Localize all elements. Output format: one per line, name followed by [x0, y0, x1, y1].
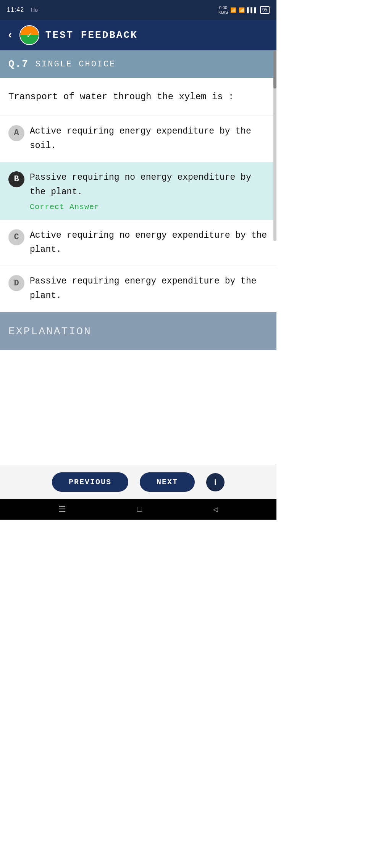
- android-home-icon[interactable]: □: [137, 505, 142, 514]
- logo-check-icon: ✓: [27, 30, 32, 40]
- option-d-text: Passive requiring energy expenditure by …: [30, 274, 268, 303]
- correct-answer-badge: Correct Answer: [30, 203, 268, 211]
- explanation-content: [0, 350, 276, 465]
- option-b[interactable]: B Passive requiring no energy expenditur…: [0, 162, 276, 220]
- option-a-text: Active requiring energy expenditure by t…: [30, 124, 268, 153]
- question-text-area: Transport of water through the xylem is …: [0, 78, 276, 116]
- option-b-label: B: [8, 171, 24, 187]
- option-a[interactable]: A Active requiring energy expenditure by…: [0, 116, 276, 162]
- android-menu-icon[interactable]: ☰: [58, 504, 66, 515]
- question-number: Q.7: [8, 58, 29, 70]
- question-type: SINGLE CHOICE: [36, 60, 116, 69]
- wifi-icon: 📶: [230, 7, 236, 13]
- scrollbar[interactable]: [273, 50, 276, 241]
- status-time: 11:42: [7, 6, 24, 13]
- next-button[interactable]: NEXT: [140, 472, 195, 492]
- info-button[interactable]: i: [206, 473, 225, 491]
- status-bar: 11:42 filo 0.00KB/S 📶 📶 ▌▌▌ 95: [0, 0, 276, 20]
- question-text: Transport of water through the xylem is …: [8, 89, 268, 105]
- option-b-text: Passive requiring no energy expenditure …: [30, 171, 268, 200]
- logo: ✓: [19, 25, 39, 45]
- header: ‹ ✓ TEST FEEDBACK: [0, 20, 276, 50]
- bottom-nav: PREVIOUS NEXT i: [0, 465, 276, 499]
- question-header: Q.7 SINGLE CHOICE: [0, 50, 276, 78]
- option-d-label: D: [8, 275, 24, 291]
- data-speed-icon: 0.00KB/S: [218, 5, 228, 14]
- explanation-section[interactable]: EXPLANATION: [0, 312, 276, 350]
- previous-button[interactable]: PREVIOUS: [52, 472, 128, 492]
- scrollbar-thumb[interactable]: [273, 50, 276, 89]
- explanation-title: EXPLANATION: [8, 325, 92, 337]
- network-bars-icon: ▌▌▌: [247, 7, 258, 13]
- battery-icon: 95: [260, 6, 270, 14]
- android-nav-bar: ☰ □ ◁: [0, 499, 276, 520]
- back-button[interactable]: ‹: [7, 29, 13, 41]
- option-c[interactable]: C Active requiring no energy expenditure…: [0, 220, 276, 266]
- status-icons: 0.00KB/S 📶 📶 ▌▌▌ 95: [218, 5, 270, 14]
- option-d[interactable]: D Passive requiring energy expenditure b…: [0, 266, 276, 312]
- option-c-label: C: [8, 229, 24, 245]
- status-app: filo: [31, 7, 38, 13]
- header-title: TEST FEEDBACK: [45, 29, 138, 41]
- option-a-label: A: [8, 125, 24, 141]
- android-back-icon[interactable]: ◁: [213, 504, 218, 515]
- signal-icon: 📶: [239, 7, 245, 13]
- option-c-text: Active requiring no energy expenditure b…: [30, 229, 268, 258]
